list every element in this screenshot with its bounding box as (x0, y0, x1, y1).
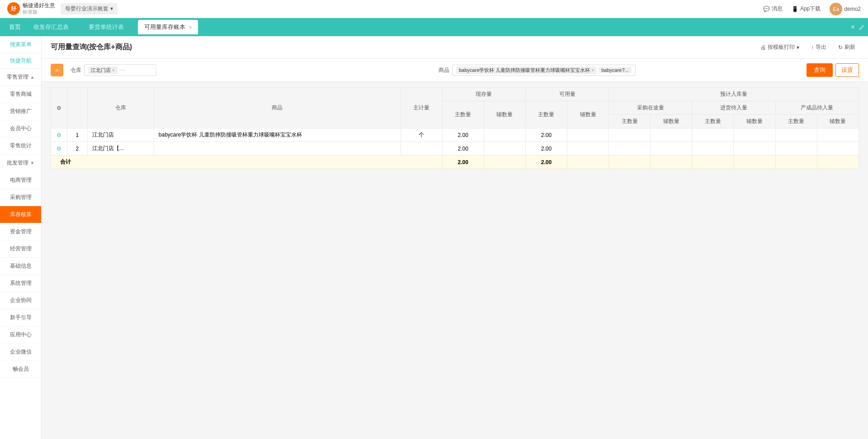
row-avail-aux (567, 142, 609, 156)
logo-icon: 好 (7, 2, 20, 15)
app-download-btn[interactable]: 📱 App下载 (792, 5, 821, 13)
sidebar-item-operations[interactable]: 经营管理 (0, 241, 41, 258)
row-production-aux (817, 142, 859, 156)
sidebar-item-inventory[interactable]: 库存核算 (0, 206, 41, 223)
filter-row: » 仓库 江北门店 × ··· 商品 babycare学饮杯 儿童防摔防撞吸管杯… (42, 59, 868, 82)
total-avail-main: 2.00 (525, 156, 567, 169)
user-btn[interactable]: Ea demo2 (830, 3, 861, 15)
row-avail-main: 2.00 (525, 142, 567, 156)
tab-order-stats-close[interactable]: × (127, 24, 130, 30)
gear-header: ⚙ (51, 88, 67, 128)
sidebar-item-retail-stats-label: 零售统计 (10, 142, 32, 150)
close-all-icon[interactable]: × (851, 23, 855, 31)
refresh-icon: ↻ (838, 44, 843, 51)
row-seq: 1 (67, 128, 88, 142)
message-btn[interactable]: 💬 消息 (763, 5, 783, 13)
page-title-row: 可用量查询(按仓库+商品) 🖨 按模板打印 ▾ ↑ 导出 ↻ 刷新 (51, 42, 859, 53)
row-product: babycare学饮杯 儿童防摔防撞吸管杯重力球吸嘴杯宝宝水杯 (154, 128, 401, 142)
warehouse-tag-del[interactable]: × (112, 68, 115, 73)
row-gear[interactable]: ⚙ (51, 128, 67, 142)
download-icon: 📱 (792, 6, 798, 12)
page-title: 可用量查询(按仓库+商品) (51, 42, 132, 52)
tab-available-stock-close[interactable]: × (189, 24, 192, 30)
warehouse-tag: 江北门店 × (88, 66, 118, 74)
sidebar-item-marketing-label: 营销推广 (10, 108, 32, 115)
industry-selector[interactable]: 母婴行业演示账套 ▾ (61, 3, 118, 14)
message-label: 消息 (772, 5, 783, 13)
gear-icon[interactable]: ⚙ (57, 105, 61, 111)
row-purchase-aux (651, 142, 692, 156)
refresh-label: 刷新 (844, 43, 855, 51)
tab-order-stats[interactable]: 要货单统计表 × (82, 20, 137, 34)
sidebar-item-member-label: 会员中心 (10, 125, 32, 132)
row-incoming-main (692, 142, 734, 156)
tab-receive-summary-label: 收发存汇总表 (33, 23, 69, 31)
sidebar-item-basic-info[interactable]: 基础信息 (0, 258, 41, 275)
sidebar-search[interactable]: 搜索菜单 (0, 36, 41, 53)
product-input[interactable]: babycare学饮杯 儿童防摔防撞吸管杯重力球吸嘴杯宝宝水杯 × babyca… (452, 65, 636, 76)
row-gear[interactable]: ⚙ (51, 142, 67, 156)
total-stock-aux (484, 156, 525, 169)
sidebar-item-wholesale[interactable]: 批发管理 ▼ (0, 155, 41, 172)
incoming-pending-header: 进货待入量 (692, 101, 775, 115)
total-purchase-aux (651, 156, 692, 169)
expand-icon[interactable]: ⤢ (859, 23, 864, 32)
table-row: ⚙ 1 江北门店 babycare学饮杯 儿童防摔防撞吸管杯重力球吸嘴杯宝宝水杯… (51, 128, 859, 142)
unit-header: 主计量 (401, 88, 442, 128)
row-production-main (775, 142, 817, 156)
sidebar-quick-nav[interactable]: 快捷导航 (0, 53, 41, 69)
industry-label: 母婴行业演示账套 (65, 5, 108, 13)
settings-button[interactable]: 设置 (835, 63, 859, 77)
sidebar-item-vip[interactable]: 畅会员 (0, 361, 41, 378)
warehouse-more-icon[interactable]: ··· (119, 66, 125, 74)
row-warehouse: 江北门店 (87, 128, 154, 142)
top-bar: 好 畅捷通好生意 标准版 母婴行业演示账套 ▾ 💬 消息 📱 App下载 Ea … (0, 0, 868, 18)
tab-available-stock[interactable]: 可用量库存账本 × (138, 20, 198, 34)
sidebar-item-wholesale-label: 批发管理 (7, 159, 28, 167)
chevron-icon: ▲ (30, 75, 35, 80)
sidebar-item-retail-stats[interactable]: 零售统计 (0, 137, 41, 155)
table-row: ⚙ 2 江北门店【... 2.00 2.00 (51, 142, 859, 156)
sidebar-item-newbie[interactable]: 新手引导 (0, 309, 41, 326)
refresh-btn[interactable]: ↻ 刷新 (835, 42, 859, 53)
sidebar-item-inventory-label: 库存核算 (10, 211, 32, 218)
tab-available-stock-label: 可用量库存账本 (144, 23, 185, 31)
current-stock-header: 现存量 (442, 88, 525, 101)
nav-home[interactable]: 首页 (4, 23, 26, 31)
sidebar-item-ecommerce[interactable]: 电商管理 (0, 172, 41, 189)
top-bar-right: 💬 消息 📱 App下载 Ea demo2 (763, 3, 861, 15)
sidebar-item-retail-mgmt[interactable]: 零售管理 ▲ (0, 69, 41, 86)
sidebar-item-finance[interactable]: 资金管理 (0, 223, 41, 241)
warehouse-filter: 仓库 江北门店 × ··· (71, 64, 431, 76)
total-stock-main: 2.00 (442, 156, 484, 169)
sidebar-item-basic-info-label: 基础信息 (10, 262, 32, 270)
seq-header (67, 88, 88, 128)
logo-text-block: 畅捷通好生意 标准版 (23, 2, 55, 15)
message-icon: 💬 (763, 6, 770, 12)
sidebar-item-retail-mall-label: 零售商城 (10, 90, 32, 98)
sidebar-item-system[interactable]: 系统管理 (0, 275, 41, 292)
export-btn[interactable]: ↑ 导出 (807, 42, 830, 53)
sidebar-item-system-label: 系统管理 (10, 279, 32, 287)
warehouse-input[interactable]: 江北门店 × ··· (84, 64, 156, 76)
sidebar-item-purchase[interactable]: 采购管理 (0, 189, 41, 206)
page-actions: 🖨 按模板打印 ▾ ↑ 导出 ↻ 刷新 (757, 42, 859, 53)
sidebar-item-enterprise[interactable]: 企业协同 (0, 292, 41, 309)
sidebar-item-wechat[interactable]: 企业微信 (0, 344, 41, 361)
sidebar-item-member[interactable]: 会员中心 (0, 120, 41, 137)
filter-toggle-btn[interactable]: » (51, 64, 63, 76)
purchase-main-header: 主数量 (609, 115, 651, 128)
sidebar-item-app-center[interactable]: 应用中心 (0, 326, 41, 344)
tab-receive-summary[interactable]: 收发存汇总表 × (27, 20, 81, 34)
query-button[interactable]: 查询 (807, 63, 833, 77)
sidebar-item-retail-mall[interactable]: 零售商城 (0, 86, 41, 103)
tab-receive-summary-close[interactable]: × (72, 24, 75, 30)
sidebar-item-retail-mgmt-label: 零售管理 (7, 73, 28, 81)
print-btn[interactable]: 🖨 按模板打印 ▾ (757, 42, 803, 53)
sidebar-item-marketing[interactable]: 营销推广 (0, 103, 41, 120)
row-stock-main: 2.00 (442, 142, 484, 156)
sidebar-item-wechat-label: 企业微信 (10, 348, 32, 356)
product-label: 商品 (439, 66, 449, 74)
nav-bar: 首页 收发存汇总表 × 要货单统计表 × 可用量库存账本 × × ⤢ (0, 18, 868, 36)
product-tag1-del[interactable]: × (591, 68, 594, 73)
